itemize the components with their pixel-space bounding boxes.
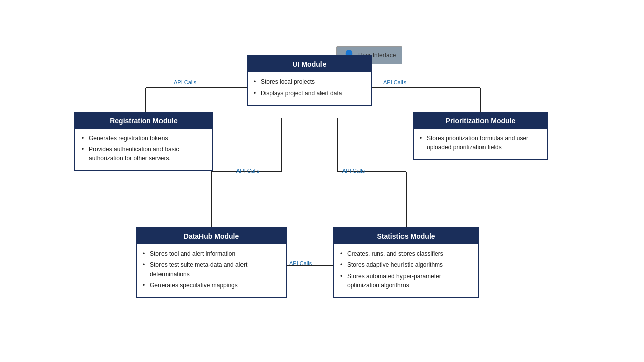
api-label-datahub-stats: API Calls: [289, 260, 312, 266]
prioritization-module: Prioritization Module Stores prioritizat…: [413, 112, 548, 160]
statistics-module: Statistics Module Creates, runs, and sto…: [333, 227, 479, 298]
prio-module-body: Stores prioritization formulas and user …: [414, 129, 547, 159]
datahub-bullet-2: Stores test suite meta-data and alert de…: [143, 260, 280, 279]
api-label-statistics: API Calls: [342, 168, 365, 174]
stats-bullet-1: Creates, runs, and stores classifiers: [340, 249, 472, 258]
prio-module-header: Prioritization Module: [414, 113, 547, 129]
ui-bullet-1: Stores local projects: [254, 77, 365, 86]
api-label-prioritization: API Calls: [383, 79, 406, 85]
reg-bullet-1: Generates registration tokens: [82, 134, 206, 143]
ui-module-header: UI Module: [248, 56, 371, 72]
diagram-container: API Calls API Calls API Calls API Calls …: [0, 0, 644, 362]
reg-module-body: Generates registration tokens Provides a…: [75, 129, 212, 170]
stats-module-body: Creates, runs, and stores classifiers St…: [334, 244, 478, 297]
ui-bullet-2: Displays project and alert data: [254, 88, 365, 98]
datahub-bullet-3: Generates speculative mappings: [143, 281, 280, 290]
ui-module: UI Module Stores local projects Displays…: [247, 55, 372, 106]
prio-bullet-1: Stores prioritization formulas and user …: [420, 134, 541, 152]
registration-module: Registration Module Generates registrati…: [74, 112, 213, 171]
reg-bullet-2: Provides authentication and basic author…: [82, 145, 206, 163]
stats-bullet-3: Stores automated hyper-parameter optimiz…: [340, 272, 472, 290]
datahub-module: DataHub Module Stores tool and alert inf…: [136, 227, 287, 298]
ui-module-body: Stores local projects Displays project a…: [248, 72, 371, 105]
stats-module-header: Statistics Module: [334, 228, 478, 244]
datahub-module-body: Stores tool and alert information Stores…: [137, 244, 286, 297]
stats-bullet-2: Stores adaptive heuristic algorithms: [340, 260, 472, 269]
datahub-module-header: DataHub Module: [137, 228, 286, 244]
connections-svg: [0, 0, 644, 362]
api-label-datahub: API Calls: [236, 168, 259, 174]
datahub-bullet-1: Stores tool and alert information: [143, 249, 280, 258]
reg-module-header: Registration Module: [75, 113, 212, 129]
api-label-registration: API Calls: [174, 79, 196, 85]
